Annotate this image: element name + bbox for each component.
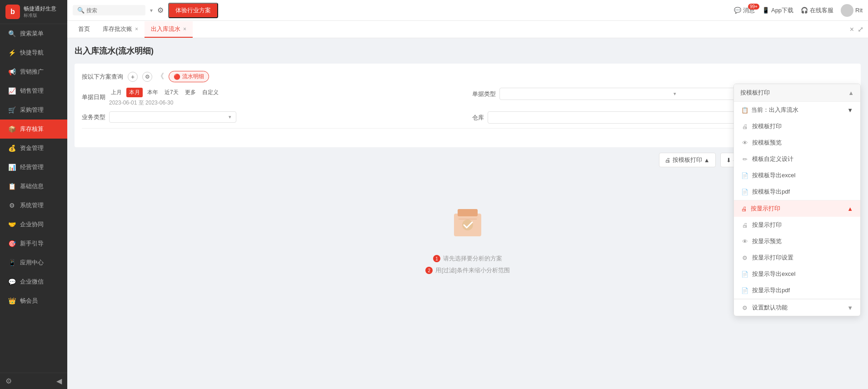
sidebar-item-system[interactable]: ⚙ 系统管理: [0, 196, 67, 215]
sidebar-item-marketing[interactable]: 📢 营销推广: [0, 62, 67, 81]
display-print-item[interactable]: 🖨 按显示打印: [734, 217, 860, 233]
voucher-type-label: 单据类型: [472, 90, 496, 98]
sidebar-item-label: 畅会员: [20, 297, 38, 305]
template-preview-item[interactable]: 👁 按模板预览: [734, 135, 860, 151]
print-button[interactable]: 🖨 按模板打印 ▲: [659, 153, 716, 167]
sidebar-item-enterprise[interactable]: 🤝 企业协同: [0, 215, 67, 234]
business-type-label: 业务类型: [82, 113, 105, 121]
date-option-lastmonth[interactable]: 上月: [109, 88, 124, 97]
empty-step-2: 2 用[过滤]条件来缩小分析范围: [425, 266, 509, 274]
filter-settings-button[interactable]: ⚙: [142, 72, 152, 82]
pdf-icon: 📄: [741, 188, 748, 195]
app-download-button[interactable]: 📱 App下载: [762, 6, 793, 15]
date-option-custom[interactable]: 自定义: [200, 88, 220, 97]
trial-button[interactable]: 体验行业方案: [168, 3, 218, 18]
current-template-item[interactable]: 📋 当前：出入库流水 ▼: [734, 102, 860, 118]
sidebar-collapse-icon[interactable]: ◀: [56, 377, 62, 385]
topbar-search[interactable]: 🔍: [73, 5, 145, 15]
user-avatar-area[interactable]: Rit: [841, 4, 863, 17]
display-print-section: 🖨 按显示打印 👁 按显示预览 ⚙ 按显示打印设置 📄 按显示导出excel 📄: [734, 217, 860, 299]
main-area: 🔍 ▾ ⚙ 体验行业方案 💬 消息 99+ 📱 App下载 🎧 在线客服 Rit: [67, 0, 868, 389]
page-title: 出入库流水(流水明细): [75, 45, 861, 56]
tab-expand-btn[interactable]: ⤢: [858, 25, 863, 34]
tab-flow-close[interactable]: ×: [183, 26, 186, 32]
finance-icon: 💰: [7, 144, 16, 153]
sidebar-item-inventory[interactable]: 📦 库存核算: [0, 120, 67, 139]
sidebar-item-label: 经营管理: [20, 163, 44, 171]
search-input[interactable]: [86, 7, 141, 14]
search-icon: 🔍: [77, 7, 85, 14]
date-option-thisyear[interactable]: 本年: [145, 88, 160, 97]
avatar: [841, 4, 853, 17]
excel-icon: 📄: [741, 172, 748, 179]
tab-home[interactable]: 首页: [72, 21, 96, 38]
set-default-item[interactable]: ⚙ 设置默认功能 ▼: [734, 299, 860, 316]
sidebar-item-label: 基础信息: [20, 182, 44, 190]
business-select-arrow: ▾: [229, 114, 231, 120]
tab-stock-flow[interactable]: 出入库流水 ×: [145, 21, 193, 38]
tab-batch-account[interactable]: 库存批次账 ×: [96, 21, 145, 38]
template-print-item[interactable]: 🖨 按模板打印: [734, 118, 860, 135]
sidebar-item-basic[interactable]: 📋 基础信息: [0, 177, 67, 196]
sidebar-item-search[interactable]: 🔍 搜索菜单: [0, 24, 67, 43]
marketing-icon: 📢: [7, 67, 16, 76]
active-filter-tag[interactable]: 🔴 流水明细: [169, 71, 209, 82]
display-settings-icon: ⚙: [741, 254, 748, 261]
topbar-right: 💬 消息 99+ 📱 App下载 🎧 在线客服 Rit: [734, 4, 863, 17]
display-print-settings-item[interactable]: ⚙ 按显示打印设置: [734, 249, 860, 266]
display-excel-icon: 📄: [741, 270, 748, 278]
print-chevron-up: ▲: [704, 157, 710, 164]
sidebar-item-newguide[interactable]: 🎯 新手引导: [0, 234, 67, 253]
filter-tag-icon: 🔴: [174, 74, 180, 80]
date-option-7days[interactable]: 近7天: [163, 88, 180, 97]
display-export-excel-item[interactable]: 📄 按显示导出excel: [734, 266, 860, 282]
search-icon: 🔍: [7, 29, 16, 38]
display-export-pdf-item[interactable]: 📄 按显示导出pdf: [734, 282, 860, 299]
sidebar-item-shortcut[interactable]: ⚡ 快捷导航: [0, 43, 67, 62]
dropdown-collapse-arrow[interactable]: ▲: [848, 90, 854, 96]
sidebar-item-label: 库存核算: [20, 125, 44, 133]
date-option-more[interactable]: 更多: [183, 88, 198, 97]
sidebar-settings-icon[interactable]: ⚙: [5, 377, 12, 385]
topbar-settings-icon[interactable]: ⚙: [157, 6, 164, 15]
sidebar-item-sales[interactable]: 📈 销售管理: [0, 81, 67, 100]
display-preview-item[interactable]: 👁 按显示预览: [734, 233, 860, 249]
display-print-section-header[interactable]: 🖨 按显示打印 ▲: [734, 200, 860, 217]
message-button[interactable]: 💬 消息 99+: [734, 6, 755, 15]
tab-batch-close[interactable]: ×: [135, 26, 138, 32]
tab-close-btn[interactable]: ×: [850, 25, 854, 34]
template-export-pdf-item[interactable]: 📄 按模板导出pdf: [734, 184, 860, 200]
sidebar-item-label: 应用中心: [20, 259, 44, 267]
sidebar-item-member[interactable]: 👑 畅会员: [0, 291, 67, 310]
tabs-window-controls: × ⤢: [850, 25, 863, 34]
empty-icon: [445, 200, 490, 245]
template-customize-item[interactable]: ✏ 模板自定义设计: [734, 151, 860, 167]
template-export-excel-item[interactable]: 📄 按模板导出excel: [734, 167, 860, 184]
sidebar-item-wechat[interactable]: 💬 企业微信: [0, 272, 67, 291]
display-section-collapse-icon[interactable]: ▲: [847, 205, 853, 212]
customize-icon: ✏: [741, 155, 748, 163]
date-options: 上月 本月 本年 近7天 更多 自定义: [109, 88, 220, 97]
filter-collapse-btn[interactable]: 《: [157, 72, 164, 81]
sidebar-item-appcenter[interactable]: 📱 应用中心: [0, 253, 67, 272]
tab-bar: 首页 库存批次账 × 出入库流水 × × ⤢: [67, 21, 868, 38]
sidebar-item-purchase[interactable]: 🛒 采购管理: [0, 100, 67, 120]
filter-date-field: 单据日期 上月 本月 本年 近7天 更多 自定义 2023-06-01 至 20…: [82, 88, 463, 107]
filter-add-button[interactable]: +: [128, 72, 138, 82]
sidebar-item-operation[interactable]: 📊 经营管理: [0, 158, 67, 177]
current-template-icon: 📋: [741, 107, 748, 114]
sidebar-item-label: 采购管理: [20, 106, 44, 114]
newguide-icon: 🎯: [7, 239, 16, 248]
set-default-arrow: ▼: [847, 304, 853, 311]
topbar-dropdown-arrow[interactable]: ▾: [150, 7, 153, 14]
basic-icon: 📋: [7, 182, 16, 191]
sidebar-bottom: ⚙ ◀: [0, 373, 67, 389]
service-button[interactable]: 🎧 在线客服: [801, 6, 833, 15]
printer-icon: 🖨: [741, 123, 748, 130]
date-range: 2023-06-01 至 2023-06-30: [109, 99, 220, 107]
sidebar-item-finance[interactable]: 💰 资金管理: [0, 139, 67, 158]
business-type-select[interactable]: ▾: [109, 111, 236, 123]
date-option-thismonth[interactable]: 本月: [126, 88, 143, 97]
voucher-select-arrow: ▾: [673, 91, 676, 97]
message-badge: 99+: [748, 4, 759, 10]
